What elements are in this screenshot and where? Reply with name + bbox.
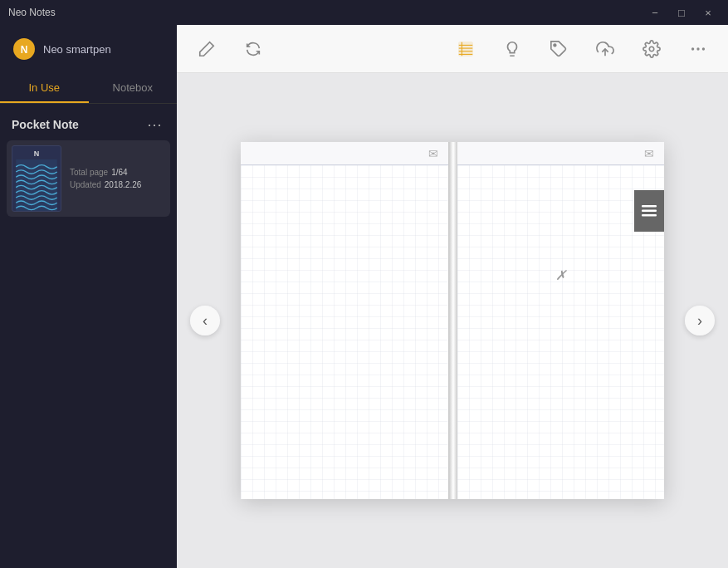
sidebar: N Neo smartpen In Use Notebox Pocket Not… [0, 25, 177, 568]
refresh-icon [244, 40, 262, 58]
refresh-button[interactable] [240, 36, 266, 62]
right-page-grid [457, 165, 665, 499]
svg-point-12 [691, 47, 694, 50]
tag-icon [550, 40, 568, 58]
window-controls: − □ × [643, 4, 720, 21]
svg-point-11 [649, 47, 654, 51]
svg-rect-15 [241, 165, 448, 499]
pen-tool-button[interactable] [193, 36, 220, 62]
brand-logo-icon: N [12, 37, 37, 61]
thumb-label: N [34, 149, 40, 158]
side-panel-button[interactable] [634, 190, 664, 232]
notebook-icon [457, 40, 475, 58]
upload-button[interactable] [592, 36, 618, 62]
svg-point-13 [696, 47, 699, 50]
ideas-button[interactable] [499, 36, 525, 62]
tab-in-use[interactable]: In Use [0, 73, 89, 103]
page-email-icon-left: ✉ [428, 147, 438, 160]
svg-point-14 [702, 47, 705, 50]
upload-icon [596, 40, 614, 58]
toolbar [177, 25, 728, 73]
gear-icon [642, 40, 661, 58]
bulb-icon [503, 40, 521, 58]
notebook-item[interactable]: N [7, 140, 170, 217]
brand-name: Neo smartpen [43, 43, 111, 56]
notebook-thumbnail: N [12, 145, 61, 212]
notebook-view-button[interactable] [452, 36, 479, 62]
left-page-grid [241, 165, 448, 499]
app-body: N Neo smartpen In Use Notebox Pocket Not… [0, 25, 728, 568]
more-options-button[interactable] [685, 36, 711, 62]
handwriting-mark: ✗ [555, 267, 566, 283]
svg-point-9 [554, 44, 556, 47]
hamburger-icon [642, 203, 657, 218]
tab-notebox[interactable]: Notebox [89, 73, 178, 103]
total-page-value: 1/64 [111, 168, 127, 177]
section-header: Pocket Note ⋯ [7, 112, 170, 140]
total-page-label: Total page [70, 168, 108, 177]
close-button[interactable]: × [696, 4, 720, 21]
svg-text:N: N [21, 44, 28, 56]
main-content: ‹ ✉ [177, 25, 728, 568]
thumb-waves-icon [14, 159, 59, 211]
app-title: Neo Notes [8, 7, 56, 18]
notebook-list: Pocket Note ⋯ N [0, 104, 177, 568]
svg-rect-3 [459, 42, 473, 56]
svg-rect-19 [642, 214, 657, 217]
toolbar-right [452, 36, 711, 62]
prev-page-button[interactable]: ‹ [190, 306, 220, 335]
updated-label: Updated [70, 180, 101, 189]
notebook-meta: Total page 1/64 Updated 2018.2.26 [70, 168, 165, 189]
sidebar-tabs: In Use Notebox [0, 73, 177, 104]
book-page-left: ✉ [241, 142, 449, 499]
section-more-button[interactable]: ⋯ [144, 115, 165, 134]
book-page-right: ✉ ✗ [457, 142, 665, 499]
book-spine [449, 142, 457, 499]
svg-rect-18 [642, 210, 657, 213]
tag-button[interactable] [545, 36, 572, 62]
title-bar: Neo Notes − □ × [0, 0, 728, 25]
book-spread: ✉ [241, 142, 664, 499]
page-top-right: ✉ [457, 142, 665, 165]
brand-header: N Neo smartpen [0, 25, 177, 73]
page-email-icon-right: ✉ [644, 147, 654, 160]
settings-button[interactable] [638, 36, 665, 62]
svg-rect-17 [642, 205, 657, 208]
updated-row: Updated 2018.2.26 [70, 180, 165, 189]
maximize-button[interactable]: □ [670, 4, 693, 21]
minimize-button[interactable]: − [643, 4, 667, 21]
total-page-row: Total page 1/64 [70, 168, 165, 177]
next-page-button[interactable]: › [685, 306, 715, 335]
toolbar-left [193, 36, 266, 62]
svg-rect-16 [457, 165, 665, 499]
pen-icon [198, 40, 216, 58]
ellipsis-icon [689, 40, 707, 58]
section-title: Pocket Note [12, 118, 79, 131]
notebook-viewer: ‹ ✉ [177, 73, 728, 568]
page-top-left: ✉ [241, 142, 448, 165]
updated-value: 2018.2.26 [105, 180, 142, 189]
